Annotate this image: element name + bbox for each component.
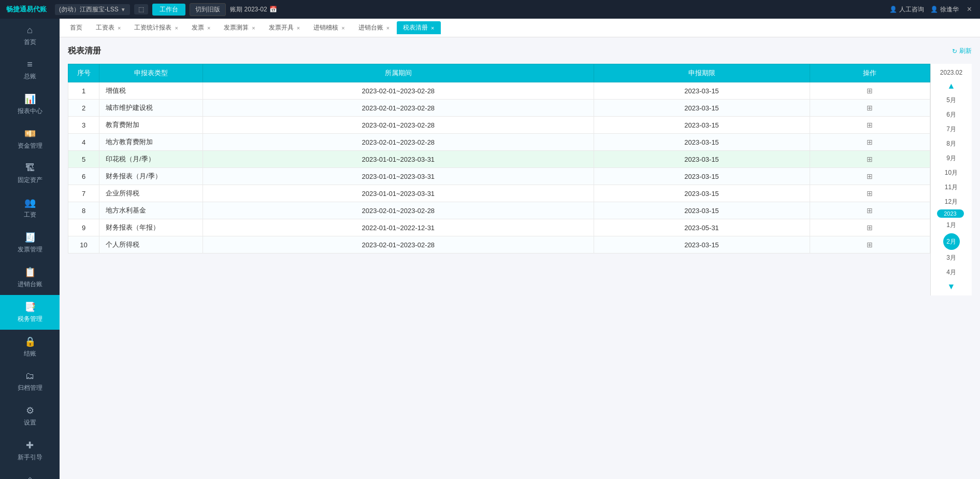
tab-tax-list[interactable]: 税表清册 × bbox=[397, 21, 440, 34]
sidebar-item-invoice[interactable]: 🧾 发票管理 bbox=[0, 226, 60, 260]
tab-invoice-open-close[interactable]: × bbox=[297, 25, 300, 31]
top-bar-right: 👤 人工咨询 👤 徐逢华 × bbox=[889, 5, 974, 14]
sidebar-item-vip[interactable]: ◇ 畅会员 bbox=[0, 468, 60, 479]
action-icon[interactable]: ⊞ bbox=[867, 172, 873, 180]
cell-type: 地方教育费附加 bbox=[99, 134, 203, 151]
sidebar-item-ledger[interactable]: ≡ 总账 bbox=[0, 53, 60, 87]
month-item[interactable]: 9月 bbox=[937, 151, 966, 165]
chevron-up-icon[interactable]: ▲ bbox=[945, 79, 958, 93]
refresh-icon: ↻ bbox=[952, 48, 957, 55]
company-name: (勿动）江西服宝-LSS bbox=[59, 5, 119, 14]
cell-no: 2 bbox=[68, 100, 99, 117]
content-area: 首页 工资表 × 工资统计报表 × 发票 × 发票测算 × 发票开具 × bbox=[60, 19, 980, 479]
calendar-icon[interactable]: 📅 bbox=[269, 6, 277, 13]
month-item[interactable]: 8月 bbox=[937, 137, 966, 151]
cell-period: 2023-02-01~2023-02-28 bbox=[203, 236, 594, 253]
action-icon[interactable]: ⊞ bbox=[867, 189, 873, 198]
tab-purchase-check[interactable]: 进销稽核 × bbox=[307, 21, 351, 34]
month-item[interactable]: 6月 bbox=[937, 108, 966, 122]
chevron-down-icon[interactable]: ▼ bbox=[945, 280, 958, 293]
tab-invoice-calc[interactable]: 发票测算 × bbox=[218, 21, 261, 34]
sidebar-item-close[interactable]: 🔒 结账 bbox=[0, 330, 60, 364]
tab-salary-close[interactable]: × bbox=[118, 25, 121, 31]
home-icon: ⌂ bbox=[27, 25, 33, 36]
invoice-icon: 🧾 bbox=[24, 232, 36, 243]
year-label[interactable]: 2023 bbox=[937, 209, 964, 218]
tab-invoice[interactable]: 发票 × bbox=[185, 21, 217, 34]
tab-invoice-calc-close[interactable]: × bbox=[252, 25, 255, 31]
tab-purchase-check-close[interactable]: × bbox=[341, 25, 344, 31]
sidebar-item-home[interactable]: ⌂ 首页 bbox=[0, 19, 60, 53]
table-row: 3 教育费附加 2023-02-01~2023-02-28 2023-03-15… bbox=[68, 117, 930, 134]
app-close-button[interactable]: × bbox=[965, 5, 974, 14]
action-icon[interactable]: ⊞ bbox=[867, 241, 873, 249]
user-profile[interactable]: 👤 徐逢华 bbox=[930, 5, 959, 14]
tax-icon: 📑 bbox=[24, 301, 36, 313]
cell-action: ⊞ bbox=[810, 168, 930, 185]
table-row: 5 印花税（月/季） 2023-01-01~2023-03-31 2023-03… bbox=[68, 151, 930, 168]
tab-invoice-open[interactable]: 发票开具 × bbox=[263, 21, 306, 34]
month-item[interactable]: 11月 bbox=[937, 180, 966, 194]
service-button[interactable]: 👤 人工咨询 bbox=[889, 5, 924, 14]
action-icon[interactable]: ⊞ bbox=[867, 155, 873, 163]
refresh-button[interactable]: ↻ 刷新 bbox=[952, 47, 972, 55]
action-icon[interactable]: ⊞ bbox=[867, 206, 873, 215]
cell-type: 教育费附加 bbox=[99, 117, 203, 134]
month-item[interactable]: 12月 bbox=[937, 195, 966, 209]
cell-period: 2023-02-01~2023-02-28 bbox=[203, 100, 594, 117]
cell-deadline: 2023-03-15 bbox=[594, 202, 810, 219]
month-item[interactable]: 3月 bbox=[937, 251, 966, 265]
tab-purchase-ledger-close[interactable]: × bbox=[386, 25, 390, 31]
table-row: 6 财务报表（月/季） 2023-01-01~2023-03-31 2023-0… bbox=[68, 168, 930, 185]
sidebar-item-settings[interactable]: ⚙ 设置 bbox=[0, 399, 60, 433]
month-item[interactable]: 10月 bbox=[937, 166, 966, 180]
action-icon[interactable]: ⊞ bbox=[867, 223, 873, 232]
workspace-button[interactable]: 工作台 bbox=[152, 4, 185, 16]
tab-salary-report-close[interactable]: × bbox=[175, 25, 178, 31]
sidebar-item-guide[interactable]: ✚ 新手引导 bbox=[0, 433, 60, 468]
current-month-item[interactable]: 2月 bbox=[943, 233, 960, 250]
table-header-row: 序号 申报表类型 所属期间 申报期限 操作 bbox=[68, 64, 930, 82]
month-item[interactable]: 5月 bbox=[937, 93, 966, 107]
tab-salary-report[interactable]: 工资统计报表 × bbox=[128, 21, 184, 34]
user-name-label: 徐逢华 bbox=[940, 5, 959, 14]
cell-type: 个人所得税 bbox=[99, 236, 203, 253]
sidebar-item-salary[interactable]: 👥 工资 bbox=[0, 191, 60, 226]
tab-tax-list-close[interactable]: × bbox=[431, 25, 434, 31]
tab-purchase-ledger[interactable]: 进销台账 × bbox=[352, 21, 396, 34]
tab-purchase-ledger-label: 进销台账 bbox=[358, 23, 383, 32]
action-icon[interactable]: ⊞ bbox=[867, 138, 873, 146]
gear-icon: ⚙ bbox=[26, 405, 34, 416]
salary-icon: 👥 bbox=[24, 197, 36, 208]
right-panel: 2023.02 ▲ 5月6月7月8月9月10月11月12月20231月2月3月4… bbox=[930, 64, 972, 295]
switch-old-button[interactable]: 切到旧版 bbox=[190, 3, 226, 16]
tab-salary[interactable]: 工资表 × bbox=[90, 21, 127, 34]
cell-deadline: 2023-03-15 bbox=[594, 117, 810, 134]
cell-type: 地方水利基金 bbox=[99, 202, 203, 219]
company-selector[interactable]: (勿动）江西服宝-LSS ▼ bbox=[55, 4, 130, 15]
table-row: 7 企业所得税 2023-01-01~2023-03-31 2023-03-15… bbox=[68, 185, 930, 202]
sidebar-item-fund[interactable]: 💴 资金管理 bbox=[0, 122, 60, 157]
app-logo: 畅捷通易代账 bbox=[6, 5, 47, 14]
table-row: 4 地方教育费附加 2023-02-01~2023-02-28 2023-03-… bbox=[68, 134, 930, 151]
tab-home[interactable]: 首页 bbox=[64, 21, 89, 34]
sidebar-item-purchase[interactable]: 📋 进销台账 bbox=[0, 260, 60, 295]
action-icon[interactable]: ⊞ bbox=[867, 104, 873, 112]
tab-invoice-close[interactable]: × bbox=[207, 25, 210, 31]
cell-action: ⊞ bbox=[810, 202, 930, 219]
sidebar-item-report[interactable]: 📊 报表中心 bbox=[0, 87, 60, 122]
cell-period: 2023-02-01~2023-02-28 bbox=[203, 134, 594, 151]
sidebar-item-archive[interactable]: 🗂 归档管理 bbox=[0, 364, 60, 399]
report-icon: 📊 bbox=[24, 93, 36, 105]
sidebar-item-tax[interactable]: 📑 税务管理 bbox=[0, 295, 60, 330]
action-icon[interactable]: ⊞ bbox=[867, 121, 873, 129]
sidebar-label-report: 报表中心 bbox=[18, 107, 42, 116]
month-item[interactable]: 4月 bbox=[937, 265, 966, 279]
tax-table: 序号 申报表类型 所属期间 申报期限 操作 1 增值税 2023-02-01~2… bbox=[68, 64, 930, 253]
fixed-icon: 🏗 bbox=[25, 163, 35, 174]
sidebar-item-fixed[interactable]: 🏗 固定资产 bbox=[0, 157, 60, 191]
month-item[interactable]: 7月 bbox=[937, 122, 966, 136]
action-icon[interactable]: ⊞ bbox=[867, 87, 873, 95]
month-item[interactable]: 1月 bbox=[937, 218, 966, 232]
copy-icon-button[interactable]: ⬚ bbox=[134, 4, 148, 15]
